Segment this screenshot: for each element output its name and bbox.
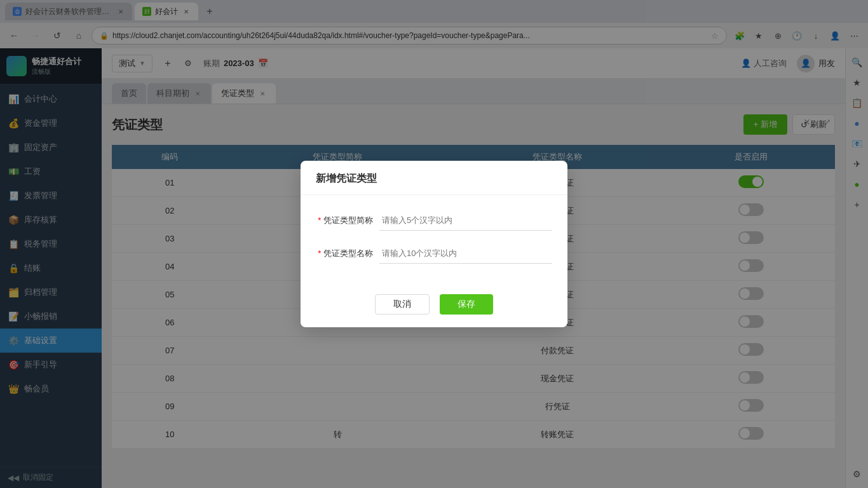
form-row-name: 凭证类型名称 [316, 243, 552, 264]
modal-title: 新增凭证类型 [316, 173, 377, 184]
save-button[interactable]: 保存 [440, 294, 493, 315]
modal-body: 凭证类型简称 凭证类型名称 [301, 195, 567, 287]
modal-header: 新增凭证类型 [301, 161, 567, 195]
short-input[interactable] [379, 210, 552, 231]
modal-overlay: 新增凭证类型 凭证类型简称 凭证类型名称 取消 保存 [0, 0, 868, 488]
add-voucher-type-modal: 新增凭证类型 凭证类型简称 凭证类型名称 取消 保存 [301, 161, 567, 327]
short-label: 凭证类型简称 [316, 215, 373, 226]
modal-footer: 取消 保存 [301, 287, 567, 327]
form-row-short: 凭证类型简称 [316, 210, 552, 231]
cancel-button[interactable]: 取消 [375, 294, 430, 315]
name-input[interactable] [379, 243, 552, 264]
name-label: 凭证类型名称 [316, 248, 373, 259]
